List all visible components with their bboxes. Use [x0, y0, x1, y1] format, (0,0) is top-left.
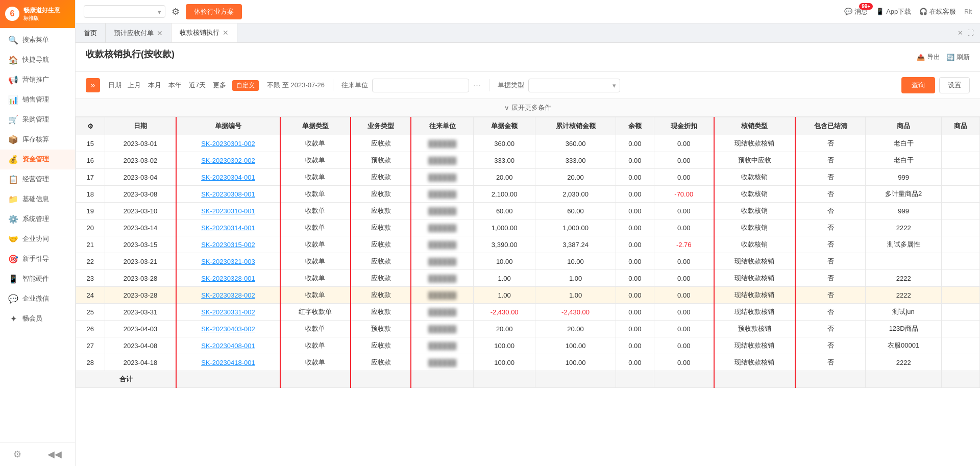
company-selector[interactable]: [84, 5, 165, 18]
expand-more-btn[interactable]: ∨ 展开更多条件: [504, 103, 551, 112]
voucher-no-link[interactable]: SK-20230331-002: [201, 308, 255, 316]
sidebar-item-member[interactable]: ✦畅会员: [0, 309, 75, 329]
industry-btn[interactable]: 体验行业方案: [186, 4, 242, 19]
voucher-no-link[interactable]: SK-20230418-001: [201, 359, 255, 366]
online-service-btn[interactable]: 🎧 在线客服: [919, 7, 956, 16]
partner-dots[interactable]: ···: [473, 80, 481, 91]
app-download-btn[interactable]: 📱 App下载: [876, 7, 911, 16]
date-option-近7天[interactable]: 近7天: [187, 80, 208, 91]
footer-include-settled: [795, 371, 866, 388]
sidebar-item-label-member: 畅会员: [22, 314, 42, 323]
user-display[interactable]: Rit: [964, 8, 972, 15]
voucher-no-link[interactable]: SK-20230310-001: [201, 207, 255, 215]
sidebar-item-basic[interactable]: 📁基础信息: [0, 189, 75, 209]
settings-icon[interactable]: ⚙: [9, 447, 26, 462]
date-option-更多[interactable]: 更多: [211, 80, 228, 91]
sidebar-item-sales[interactable]: 📊销售管理: [0, 90, 75, 110]
gear-icon[interactable]: ⚙: [172, 6, 180, 17]
logo-icon: 6: [5, 7, 19, 21]
tab-payable[interactable]: 预计应收付单✕: [106, 23, 172, 42]
expand-window-icon[interactable]: ⛶: [967, 29, 974, 37]
th-verify-type[interactable]: 核销类型: [714, 117, 795, 135]
th-date[interactable]: 日期: [105, 117, 176, 135]
sidebar-item-marketing[interactable]: 📢营销推广: [0, 70, 75, 90]
th-amount[interactable]: 单据金额: [474, 117, 535, 135]
filter-date-group: 日期 上月本月本年近7天更多 自定义: [108, 80, 259, 91]
cell-no: 15: [76, 135, 105, 152]
sidebar-item-purchase[interactable]: 🛒采购管理: [0, 110, 75, 130]
query-btn[interactable]: 查询: [901, 77, 935, 93]
th-cash-discount[interactable]: 现金折扣: [654, 117, 714, 135]
voucher-no-link[interactable]: SK-20230304-001: [201, 174, 255, 181]
tab-home[interactable]: 首页: [76, 23, 106, 42]
sidebar: 6 畅康道好生意 标推版 🔍搜索菜单🏠快捷导航📢营销推广📊销售管理🛒采购管理📦库…: [0, 0, 76, 466]
sidebar-item-label-marketing: 营销推广: [22, 75, 49, 84]
sidebar-item-finance[interactable]: 💰资金管理: [0, 150, 75, 169]
voucher-no-link[interactable]: SK-20230408-001: [201, 342, 255, 350]
tab-receipt-exec[interactable]: 收款核销执行✕: [172, 23, 237, 42]
sidebar-item-wechat[interactable]: 💬企业微信: [0, 289, 75, 309]
table-row: 24 2023-03-28 SK-20230328-002 收款单 应收款 ██…: [76, 287, 980, 304]
refresh-btn[interactable]: 🔄 刷新: [946, 53, 970, 62]
cell-biz-type: 应收款: [351, 219, 411, 236]
sidebar-item-ops[interactable]: 📋经营管理: [0, 169, 75, 189]
tabs-bar: 首页预计应收付单✕收款核销执行✕ ✕ ⛶: [76, 23, 980, 43]
th-gear[interactable]: ⚙: [76, 117, 105, 135]
sidebar-item-hardware[interactable]: 📱智能硬件: [0, 269, 75, 289]
footer-verify-type: [714, 371, 795, 388]
date-option-上月[interactable]: 上月: [126, 80, 143, 91]
th-voucher-no[interactable]: 单据编号: [176, 117, 280, 135]
voucher-no-link[interactable]: SK-20230321-003: [201, 258, 255, 265]
messages-btn[interactable]: 💬 消息 99+: [844, 7, 868, 16]
th-balance[interactable]: 余额: [616, 117, 654, 135]
voucher-no-link[interactable]: SK-20230314-001: [201, 224, 255, 232]
cell-cumulative: 20.00: [535, 169, 616, 186]
footer-balance: [616, 371, 654, 388]
cell-amount: 20.00: [474, 321, 535, 337]
sidebar-item-quicknav[interactable]: 🏠快捷导航: [0, 50, 75, 70]
filter-actions: 查询 设置: [901, 77, 970, 93]
date-option-本年[interactable]: 本年: [166, 80, 184, 91]
date-custom-btn[interactable]: 自定义: [232, 80, 259, 91]
th-goods[interactable]: 商品: [866, 117, 942, 135]
voucher-no-link[interactable]: SK-20230308-001: [201, 190, 255, 198]
th-voucher-type[interactable]: 单据类型: [280, 117, 351, 135]
cell-voucher-no: SK-20230315-002: [176, 236, 280, 253]
export-btn[interactable]: 📤 导出: [917, 53, 940, 62]
partner-input[interactable]: [372, 79, 469, 92]
date-option-本月[interactable]: 本月: [146, 80, 163, 91]
th-include-settled[interactable]: 包含已结清: [795, 117, 866, 135]
sidebar-item-inventory[interactable]: 📦库存核算: [0, 130, 75, 150]
settings-filter-btn[interactable]: 设置: [939, 77, 970, 93]
logo-sub: 标推版: [23, 15, 60, 22]
cell-amount: 3,390.00: [474, 236, 535, 253]
cell-include-settled: 否: [795, 287, 866, 304]
sidebar-item-search[interactable]: 🔍搜索菜单: [0, 30, 75, 50]
cell-goods2: [941, 337, 979, 354]
voucher-no-link[interactable]: SK-20230315-002: [201, 241, 255, 249]
cell-amount: 100.00: [474, 354, 535, 371]
close-tab-icon[interactable]: ✕: [958, 29, 963, 37]
footer-amount: [474, 371, 535, 388]
sidebar-item-guide[interactable]: 🎯新手引导: [0, 249, 75, 269]
cell-verify-type: 收款核销: [714, 236, 795, 253]
collapse-icon[interactable]: ◀◀: [43, 447, 66, 462]
voucher-no-link[interactable]: SK-20230403-002: [201, 325, 255, 333]
voucher-type-select[interactable]: [528, 79, 620, 92]
cell-date: 2023-03-21: [105, 253, 176, 270]
filter-expand-btn[interactable]: »: [86, 78, 100, 92]
th-biz-type[interactable]: 业务类型: [351, 117, 411, 135]
sidebar-item-system[interactable]: ⚙️系统管理: [0, 209, 75, 229]
sidebar-item-corp[interactable]: 🤝企业协同: [0, 229, 75, 249]
tab-close-receipt-exec[interactable]: ✕: [223, 29, 229, 37]
th-cumulative[interactable]: 累计核销金额: [535, 117, 616, 135]
voucher-no-link[interactable]: SK-20230328-001: [201, 275, 255, 282]
th-goods2[interactable]: 商品: [941, 117, 979, 135]
sidebar-item-label-system: 系统管理: [22, 214, 49, 224]
voucher-no-link[interactable]: SK-20230301-002: [201, 140, 255, 148]
tab-close-payable[interactable]: ✕: [157, 29, 163, 37]
voucher-no-link[interactable]: SK-20230328-002: [201, 291, 255, 299]
voucher-no-link[interactable]: SK-20230302-002: [201, 157, 255, 164]
cell-cumulative: 20.00: [535, 321, 616, 337]
th-partner[interactable]: 往来单位: [411, 117, 473, 135]
